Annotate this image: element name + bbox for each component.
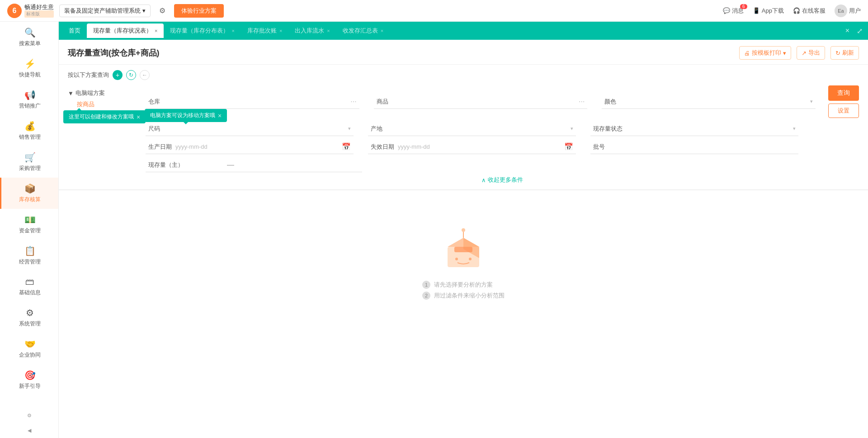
- expiry-date-input[interactable]: [398, 143, 564, 150]
- tab-inventory-dist-label: 现存量（库存分布表）: [170, 27, 229, 35]
- try-btn[interactable]: 体验行业方案: [174, 4, 224, 18]
- app-label: App下载: [762, 7, 784, 15]
- user-label: 用户: [849, 7, 861, 15]
- purchase-icon: 🛒: [24, 152, 36, 163]
- sidebar-item-marketing[interactable]: 📢 营销推广: [0, 84, 58, 115]
- scheme-desktop-toggle[interactable]: ▼ 电脑端方案: [68, 87, 140, 99]
- top-bar: 6 畅通好生意 标准版 装备及固定资产辅助管理系统 ▾ ⚙ 体验行业方案 💬 消…: [0, 0, 868, 22]
- field-stock-qty[interactable]: 现存量（主） —: [146, 158, 362, 172]
- brand-logo: 6 畅通好生意 标准版: [7, 4, 54, 18]
- print-label: 按模板打印: [752, 49, 781, 57]
- sidebar-item-finance[interactable]: 💵 资金管理: [0, 209, 58, 240]
- system-name: 装备及固定资产辅助管理系统: [64, 7, 141, 15]
- tab-summary[interactable]: 收发存汇总表 ×: [336, 24, 390, 38]
- support-btn[interactable]: 🎧 在线客服: [793, 7, 826, 15]
- sidebar-settings-btn[interactable]: ⚙: [0, 408, 58, 423]
- field-color[interactable]: 颜色 ▾: [602, 94, 816, 109]
- sidebar-item-system[interactable]: ⚙ 系统管理: [0, 302, 58, 333]
- field-product[interactable]: 商品 ···: [374, 94, 588, 109]
- sidebar-item-nav[interactable]: ⚡ 快捷导航: [0, 53, 58, 84]
- tooltip1-close[interactable]: ×: [218, 112, 222, 119]
- svg-point-5: [469, 258, 472, 260]
- sidebar-item-management[interactable]: 📋 经营管理: [0, 240, 58, 271]
- tab-batch[interactable]: 库存批次账 ×: [241, 24, 288, 38]
- refresh-btn[interactable]: ↻ 刷新: [830, 46, 859, 60]
- page-title: 现存量查询(按仓库+商品): [68, 47, 160, 58]
- sidebar-item-search[interactable]: 🔍 搜索菜单: [0, 22, 58, 53]
- arrow-icon: ▼: [68, 90, 74, 97]
- collapse-btn-label: 收起更多条件: [488, 176, 523, 184]
- svg-point-4: [455, 258, 458, 260]
- tab-inventory-dist[interactable]: 现存量（库存分布表） ×: [164, 24, 241, 38]
- field-batch-no[interactable]: 批号: [590, 140, 798, 154]
- sidebar: 🔍 搜索菜单 ⚡ 快捷导航 📢 营销推广 💰 销售管理 🛒 采购管理 📦 库存核…: [0, 22, 59, 438]
- tab-home[interactable]: 首页: [62, 24, 87, 38]
- sidebar-collapse-btn[interactable]: ◀: [0, 423, 58, 438]
- filter-cycle-btn[interactable]: ↻: [126, 70, 136, 80]
- production-date-input[interactable]: [175, 143, 342, 150]
- management-icon: 📋: [24, 245, 36, 256]
- system-icon: ⚙: [26, 307, 34, 318]
- refresh-label: 刷新: [842, 49, 854, 57]
- tooltip2-close[interactable]: ×: [137, 113, 140, 121]
- tab-close-summary[interactable]: ×: [381, 28, 383, 33]
- export-btn[interactable]: ↗ 导出: [797, 46, 825, 60]
- sidebar-item-sales[interactable]: 💰 销售管理: [0, 115, 58, 146]
- tab-bar-right: × ⤢: [844, 25, 864, 37]
- field-expiry-date[interactable]: 失效日期 📅: [368, 140, 576, 154]
- filter-back-btn[interactable]: ←: [140, 70, 150, 80]
- filter-row-4: 现存量（主） —: [146, 158, 859, 172]
- stock-qty-max-input[interactable]: [238, 161, 274, 168]
- step-num-2: 2: [422, 292, 430, 300]
- field-warehouse[interactable]: 仓库 ···: [146, 94, 359, 109]
- field-stock-status[interactable]: 现存量状态 ▾: [590, 122, 798, 136]
- collapse-conditions-btn[interactable]: ∧ 收起更多条件: [481, 176, 523, 184]
- sidebar-label-guide: 新手引导: [19, 382, 41, 390]
- collapse-icon: ◀: [28, 428, 31, 433]
- tab-inventory-status[interactable]: 现存量（库存状况表） ×: [87, 24, 164, 38]
- marketing-icon: 📢: [24, 89, 36, 100]
- sidebar-label-management: 经营管理: [19, 258, 41, 266]
- sidebar-item-enterprise[interactable]: 🤝 企业协同: [0, 333, 58, 364]
- filter-label: 按以下方案查询: [68, 71, 109, 79]
- tab-flow[interactable]: 出入库流水 ×: [288, 24, 336, 38]
- message-btn[interactable]: 💬 消息 6: [723, 7, 744, 15]
- basic-icon: 🗃: [25, 277, 34, 287]
- print-btn[interactable]: 🖨 按模板打印 ▾: [739, 46, 791, 60]
- user-btn[interactable]: Ea 用户: [835, 5, 861, 17]
- brand-icon: 6: [7, 4, 22, 18]
- tab-close-inventory-dist[interactable]: ×: [231, 28, 234, 33]
- tab-close-inventory-status[interactable]: ×: [155, 28, 157, 33]
- batch-no-input[interactable]: [609, 143, 796, 150]
- filter-row-1: 仓库 ··· 商品 ··· 颜色 ▾: [146, 85, 859, 118]
- step-num-1: 1: [422, 281, 430, 289]
- system-selector[interactable]: 装备及固定资产辅助管理系统 ▾: [59, 5, 151, 17]
- sidebar-item-guide[interactable]: 🎯 新手引导: [0, 364, 58, 396]
- sidebar-item-basic[interactable]: 🗃 基础信息: [0, 271, 58, 302]
- setup-btn[interactable]: 设置: [828, 104, 859, 118]
- enterprise-icon: 🤝: [24, 339, 36, 349]
- filter-row-3: 生产日期 📅 失效日期 📅 批号: [146, 140, 859, 154]
- calendar-icon-exp[interactable]: 📅: [564, 142, 573, 151]
- field-production-date[interactable]: 生产日期 📅: [146, 140, 354, 154]
- tab-fullscreen-btn[interactable]: ⤢: [855, 25, 864, 37]
- sidebar-item-purchase[interactable]: 🛒 采购管理: [0, 146, 58, 178]
- query-btn[interactable]: 查询: [828, 85, 859, 101]
- calendar-icon-prod[interactable]: 📅: [342, 142, 351, 151]
- stock-qty-min-input[interactable]: [187, 161, 223, 168]
- top-bar-left: 6 畅通好生意 标准版 装备及固定资产辅助管理系统 ▾ ⚙ 体验行业方案: [7, 4, 224, 18]
- field-size[interactable]: 尺码 ▾: [146, 122, 354, 136]
- sidebar-item-inventory[interactable]: 📦 库存核算: [0, 178, 58, 209]
- settings-icon-btn[interactable]: ⚙: [156, 5, 169, 17]
- collapse-area: ∧ 收起更多条件: [146, 176, 859, 184]
- tab-close-flow[interactable]: ×: [327, 28, 330, 33]
- sidebar-label-inventory: 库存核算: [19, 196, 41, 203]
- tab-close-batch[interactable]: ×: [279, 28, 282, 33]
- header-actions: 🖨 按模板打印 ▾ ↗ 导出 ↻ 刷新: [739, 46, 859, 60]
- tab-close-all-btn[interactable]: ×: [844, 25, 851, 37]
- app-download-btn[interactable]: 📱 App下载: [753, 7, 784, 15]
- field-origin[interactable]: 产地 ▾: [368, 122, 576, 136]
- search-icon: 🔍: [24, 27, 36, 38]
- range-separator: —: [227, 161, 234, 169]
- filter-add-btn[interactable]: +: [113, 70, 123, 80]
